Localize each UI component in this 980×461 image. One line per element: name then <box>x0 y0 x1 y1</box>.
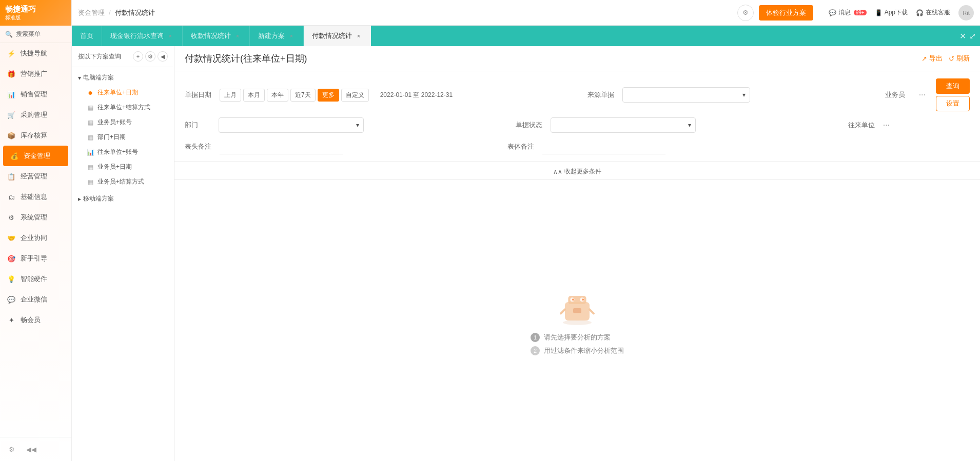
scheme-item-staff-settle[interactable]: ▦ 业务员+结算方式 <box>72 174 174 189</box>
table-header-note-label: 表头备注 <box>185 142 211 151</box>
sidebar-item-base-info[interactable]: 🗂 基础信息 <box>0 187 71 207</box>
tab-new-scheme-close[interactable]: × <box>288 32 295 39</box>
trial-button[interactable]: 体验行业方案 <box>759 5 813 21</box>
sidebar: 畅捷通巧 标准版 🔍 搜索菜单 ⚡ 快捷导航 🎁 营销推广 📊 销售管理 🛒 采… <box>0 0 72 461</box>
message-icon: 💬 <box>829 9 836 16</box>
scheme-item-dept-date[interactable]: ▦ 部门+日期 <box>72 130 174 145</box>
app-icon: 📱 <box>875 9 883 16</box>
scheme-item-staff-account-label: 业务员+账号 <box>97 118 132 127</box>
scheme-item-unit-account[interactable]: 📊 往来单位+账号 <box>72 145 174 159</box>
purchase-icon: 🛒 <box>6 110 16 120</box>
sidebar-item-quick-nav[interactable]: ⚡ 快捷导航 <box>0 43 71 64</box>
base-info-icon: 🗂 <box>6 192 16 202</box>
messages-badge: 99+ <box>854 10 867 15</box>
sidebar-item-sales[interactable]: 📊 销售管理 <box>0 84 71 105</box>
partner-filter-dots[interactable]: ··· <box>883 121 890 130</box>
collapse-scheme-button[interactable]: ◀ <box>158 51 168 62</box>
more-button[interactable]: 更多 <box>318 89 339 102</box>
sidebar-item-finance[interactable]: 💰 资金管理 <box>3 146 68 166</box>
sidebar-item-marketing[interactable]: 🎁 营销推广 <box>0 64 71 84</box>
sidebar-item-label: 新手引导 <box>21 254 47 263</box>
tab-bank-flow[interactable]: 现金银行流水查询 × <box>102 26 183 46</box>
sidebar-item-operations[interactable]: 📋 经营管理 <box>0 166 71 187</box>
scheme-group-mobile-label: 移动端方案 <box>83 194 114 203</box>
operations-icon: 📋 <box>6 171 16 182</box>
scheme-item-unit-date-label: 往来单位+日期 <box>97 88 138 97</box>
scheme-item-staff-settle-label: 业务员+结算方式 <box>97 177 144 186</box>
last7-button[interactable]: 近7天 <box>290 89 316 102</box>
scheme-group-desktop-header[interactable]: ▾ 电脑端方案 <box>72 70 174 85</box>
scheme-item-staff-account[interactable]: ▦ 业务员+账号 <box>72 115 174 130</box>
scheme-item-staff-date[interactable]: ▦ 业务员+日期 <box>72 159 174 174</box>
messages-button[interactable]: 💬 消息 99+ <box>829 8 867 17</box>
sidebar-item-member[interactable]: ✦ 畅会员 <box>0 310 71 330</box>
source-select[interactable]: ▾ <box>622 87 750 103</box>
sidebar-item-enterprise[interactable]: 🤝 企业协同 <box>0 228 71 248</box>
sidebar-item-label: 销售管理 <box>21 90 47 99</box>
scheme-group-mobile-header[interactable]: ▸ 移动端方案 <box>72 191 174 206</box>
filter-settings-button[interactable]: 设置 <box>936 96 970 111</box>
doc-status-select[interactable]: ▾ <box>551 117 696 133</box>
scheme-grid4-icon: ▦ <box>86 163 94 171</box>
scheme-tree: ▾ 电脑端方案 ● 往来单位+日期 ▦ 往来单位+结算方式 ▦ 业务员+账号 <box>72 67 174 461</box>
collapse-label: 收起更多条件 <box>564 167 601 176</box>
sidebar-item-beginner[interactable]: 🎯 新手引导 <box>0 248 71 269</box>
tab-payment-stats-close[interactable]: × <box>234 32 241 39</box>
breadcrumb-text: 资金管理 <box>78 8 105 17</box>
filter-area: 单据日期 上月 本月 本年 近7天 更多 自定义 2022-01-01 至 20… <box>174 71 980 162</box>
online-service-button[interactable]: 🎧 在线客服 <box>916 8 950 17</box>
scheme-settings-button[interactable]: ⚙ <box>145 51 155 62</box>
app-download-button[interactable]: 📱 App下载 <box>875 8 908 17</box>
user-name: Rit <box>963 10 969 16</box>
scheme-grid5-icon: ▦ <box>86 178 94 186</box>
tab-payment-stats2-close[interactable]: × <box>355 32 362 39</box>
tab-payment-stats2[interactable]: 付款情况统计 × <box>304 26 371 46</box>
tab-new-scheme[interactable]: 新建方案 × <box>250 26 304 46</box>
custom-button[interactable]: 自定义 <box>341 89 369 102</box>
refresh-button[interactable]: ↺ 刷新 <box>949 54 970 63</box>
staff-filter-dots[interactable]: ··· <box>919 90 926 99</box>
date-filter-label: 单据日期 <box>185 90 211 99</box>
page-actions: ↗ 导出 ↺ 刷新 <box>922 54 970 63</box>
scheme-item-unit-settle[interactable]: ▦ 往来单位+结算方式 <box>72 100 174 115</box>
add-scheme-button[interactable]: + <box>133 51 143 62</box>
scheme-item-unit-date[interactable]: ● 往来单位+日期 <box>72 85 174 100</box>
empty-tips: 1 请先选择要分析的方案 2 用过滤条件来缩小分析范围 <box>531 333 624 355</box>
sidebar-search[interactable]: 🔍 搜索菜单 <box>0 26 71 43</box>
scheme-actions: + ⚙ ◀ <box>133 51 168 62</box>
service-icon: 🎧 <box>916 9 924 16</box>
maximize-button[interactable]: ⤢ <box>969 31 976 41</box>
close-all-tabs-button[interactable]: ✕ <box>959 31 966 41</box>
table-body-note-input[interactable] <box>542 139 665 154</box>
last-month-button[interactable]: 上月 <box>220 89 241 102</box>
table-header-note-input[interactable] <box>220 139 343 154</box>
collapse-sidebar-button[interactable]: ◀◀ <box>24 442 39 457</box>
member-icon: ✦ <box>6 315 16 325</box>
date-quick-buttons: 上月 本月 本年 近7天 更多 自定义 <box>220 89 369 102</box>
this-year-button[interactable]: 本年 <box>267 89 288 102</box>
settings-bottom-button[interactable]: ⚙ <box>4 442 19 457</box>
tab-payment-stats[interactable]: 收款情况统计 × <box>183 26 250 46</box>
top-settings-button[interactable]: ⚙ <box>737 5 754 21</box>
export-button[interactable]: ↗ 导出 <box>922 54 943 63</box>
sidebar-item-inventory[interactable]: 📦 库存核算 <box>0 125 71 146</box>
sidebar-item-system[interactable]: ⚙ 系统管理 <box>0 207 71 228</box>
tab-home[interactable]: 首页 <box>72 26 102 46</box>
messages-label: 消息 <box>838 8 851 17</box>
sidebar-item-smart-hw[interactable]: 💡 智能硬件 <box>0 269 71 289</box>
scheme-panel-label: 按以下方案查询 <box>78 52 130 61</box>
search-label: 搜索菜单 <box>16 30 41 38</box>
sidebar-item-purchase[interactable]: 🛒 采购管理 <box>0 105 71 125</box>
doc-status-chevron-icon: ▾ <box>688 122 691 129</box>
user-avatar[interactable]: Rit <box>958 5 974 21</box>
sidebar-item-wechat[interactable]: 💬 企业微信 <box>0 289 71 310</box>
this-month-button[interactable]: 本月 <box>243 89 265 102</box>
empty-tip-2-text: 用过滤条件来缩小分析范围 <box>544 346 624 355</box>
collapse-conditions-button[interactable]: ∧∧ 收起更多条件 <box>185 164 970 179</box>
dept-select[interactable]: ▾ <box>219 117 364 133</box>
empty-tip-1: 1 请先选择要分析的方案 <box>531 333 624 342</box>
tab-bank-flow-close[interactable]: × <box>167 32 174 39</box>
sidebar-item-label: 智能硬件 <box>21 274 47 284</box>
content-area: 按以下方案查询 + ⚙ ◀ ▾ 电脑端方案 ● 往来单位+日期 <box>72 46 980 461</box>
query-button[interactable]: 查询 <box>936 78 970 94</box>
